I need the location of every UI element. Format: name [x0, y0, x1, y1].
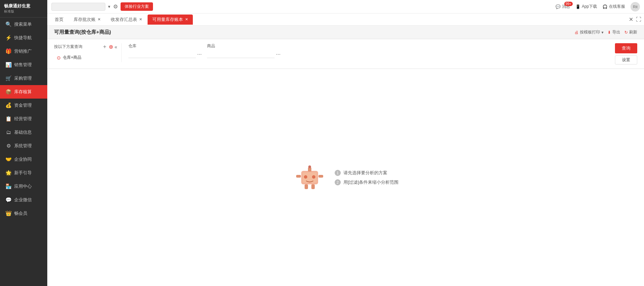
- sidebar-item-enterprise[interactable]: 🤝 企业协同: [0, 153, 47, 166]
- empty-step-1-text: 请先选择要分析的方案: [343, 170, 387, 176]
- trial-button[interactable]: 体验行业方案: [121, 2, 153, 11]
- scheme-item-icon: ⊙: [57, 55, 61, 60]
- svg-point-5: [308, 165, 311, 168]
- gift-icon: 🎁: [5, 48, 11, 54]
- settings-button[interactable]: 设置: [615, 55, 637, 64]
- main-area: ▾ ⚙ 体验行业方案 💬 消息 99+ 📱 App下载 🎧 在线客服 Rit: [47, 0, 644, 286]
- sidebar-item-wechat[interactable]: 💬 企业微信: [0, 193, 47, 207]
- warehouse-input[interactable]: [128, 50, 196, 58]
- message-icon: 💬: [556, 4, 561, 9]
- sidebar-item-basic[interactable]: 🗂 基础信息: [0, 126, 47, 139]
- collapse-icon[interactable]: «: [114, 44, 117, 50]
- sidebar-item-marketing[interactable]: 🎁 营销推广: [0, 45, 47, 58]
- page-header: 可用量查询(按仓库+商品) 🖨 按模板打印 ▾ ⬇ 导出 ↻ 刷新: [47, 26, 644, 39]
- svg-point-2: [304, 175, 307, 179]
- search-input[interactable]: [51, 3, 105, 11]
- store-icon: 🏪: [5, 183, 11, 189]
- expand-icon[interactable]: ⛶: [636, 17, 641, 23]
- print-label: 按模板打印: [580, 29, 600, 35]
- sidebar-item-finance[interactable]: 💰 资金管理: [0, 99, 47, 112]
- print-action[interactable]: 🖨 按模板打印 ▾: [574, 29, 603, 35]
- step-num-1: 1: [335, 170, 341, 176]
- phone-icon: 📱: [575, 4, 581, 9]
- svg-rect-8: [305, 184, 308, 189]
- message-item[interactable]: 💬 消息 99+: [556, 4, 570, 9]
- tab-home[interactable]: 首页: [50, 15, 68, 25]
- svg-rect-7: [318, 175, 323, 178]
- scheme-item-warehouse-product[interactable]: ⊙ 仓库+商品: [54, 53, 117, 62]
- sidebar-item-operations[interactable]: 📋 经营管理: [0, 112, 47, 126]
- sidebar-item-label: 销售管理: [14, 62, 32, 68]
- export-action[interactable]: ⬇ 导出: [608, 29, 620, 35]
- clipboard-icon: 📋: [5, 116, 11, 122]
- filter-section: 仓库 ··· 商品 ···: [122, 43, 615, 58]
- close-all-tabs-icon[interactable]: ✕: [629, 16, 633, 23]
- sidebar-item-purchase[interactable]: 🛒 采购管理: [0, 72, 47, 85]
- sidebar-item-search[interactable]: 🔍 搜索菜单: [0, 18, 47, 31]
- product-input[interactable]: [207, 50, 275, 58]
- avatar[interactable]: Rit: [630, 2, 640, 11]
- sidebar-item-guide[interactable]: 🌟 新手引导: [0, 166, 47, 180]
- product-more-icon[interactable]: ···: [276, 51, 280, 57]
- sidebar-item-label: 采购管理: [14, 75, 32, 81]
- refresh-label: 刷新: [629, 29, 637, 35]
- sidebar-item-label: 库存核算: [14, 89, 32, 95]
- svg-point-3: [312, 175, 315, 179]
- sidebar-item-label: 企业协同: [14, 156, 32, 162]
- sidebar-item-sales[interactable]: 📊 销售管理: [0, 58, 47, 72]
- sidebar-item-label: 基础信息: [14, 129, 32, 135]
- sidebar-item-system[interactable]: ⚙ 系统管理: [0, 139, 47, 153]
- print-dropdown-icon[interactable]: ▾: [601, 30, 603, 35]
- sidebar-item-inventory[interactable]: 📦 库存核算: [0, 85, 47, 99]
- customer-service-label: 在线客服: [609, 4, 625, 9]
- query-actions: 查询 设置: [615, 43, 637, 64]
- export-icon: ⬇: [608, 30, 611, 35]
- tab-batch-close[interactable]: ✕: [98, 17, 101, 22]
- empty-step-1: 1 请先选择要分析的方案: [335, 170, 398, 176]
- tabs-bar: 首页 库存批次账 ✕ 收发存汇总表 ✕ 可用量库存账本 ✕ ✕ ⛶: [47, 14, 644, 26]
- settings-icon[interactable]: ⚙: [113, 3, 118, 10]
- folder-icon: 🗂: [5, 129, 11, 135]
- dropdown-icon[interactable]: ▾: [108, 4, 110, 9]
- tab-summary-close[interactable]: ✕: [139, 17, 142, 22]
- box-icon: 📦: [5, 89, 11, 95]
- product-label: 商品: [207, 43, 280, 49]
- app-logo: 畅康通好生意 标准版: [0, 0, 47, 18]
- page-header-actions: 🖨 按模板打印 ▾ ⬇ 导出 ↻ 刷新: [574, 29, 637, 35]
- add-scheme-icon[interactable]: ＋: [102, 43, 107, 50]
- query-button[interactable]: 查询: [615, 43, 637, 53]
- sidebar-item-member[interactable]: 👑 畅会员: [0, 207, 47, 220]
- empty-step-2: 2 用[过滤]条件来缩小分析范围: [335, 179, 398, 185]
- sidebar-item-label: 营销推广: [14, 48, 32, 54]
- sidebar-item-label: 新手引导: [14, 170, 32, 176]
- sidebar-item-shortcut[interactable]: ⚡ 快捷导航: [0, 31, 47, 45]
- scheme-section: 按以下方案查询 ＋ ⊕ « ⊙ 仓库+商品: [54, 43, 122, 62]
- tab-summary[interactable]: 收发存汇总表 ✕: [106, 15, 147, 25]
- empty-text: 1 请先选择要分析的方案 2 用[过滤]条件来缩小分析范围: [335, 170, 398, 185]
- sidebar-item-label: 快捷导航: [14, 35, 32, 41]
- chat-icon: 💬: [5, 197, 11, 203]
- sidebar-item-label: 搜索菜单: [14, 21, 32, 27]
- sidebar-item-label: 畅会员: [14, 210, 27, 216]
- empty-state: 1 请先选择要分析的方案 2 用[过滤]条件来缩小分析范围: [47, 69, 644, 286]
- app-download-item[interactable]: 📱 App下载: [575, 4, 597, 9]
- tab-batch-label: 库存批次账: [74, 17, 96, 23]
- settings-scheme-icon[interactable]: ⊕: [109, 44, 113, 50]
- tab-available-label: 可用量库存账本: [152, 17, 183, 23]
- topbar: ▾ ⚙ 体验行业方案 💬 消息 99+ 📱 App下载 🎧 在线客服 Rit: [47, 0, 644, 14]
- tab-available[interactable]: 可用量库存账本 ✕: [148, 15, 193, 25]
- chart-icon: 📊: [5, 62, 11, 68]
- sidebar-scroll: 🔍 搜索菜单 ⚡ 快捷导航 🎁 营销推广 📊 销售管理 🛒 采购管理 📦 库存核…: [0, 18, 47, 286]
- crown-icon: 👑: [5, 210, 11, 216]
- app-title: 畅康通好生意: [4, 3, 43, 9]
- topbar-right: 💬 消息 99+ 📱 App下载 🎧 在线客服 Rit: [556, 2, 640, 11]
- tab-batch[interactable]: 库存批次账 ✕: [69, 15, 105, 25]
- tab-summary-label: 收发存汇总表: [111, 17, 137, 23]
- sidebar-item-appstore[interactable]: 🏪 应用中心: [0, 180, 47, 193]
- warehouse-more-icon[interactable]: ···: [197, 51, 202, 57]
- app-download-label: App下载: [582, 4, 597, 9]
- scheme-item-label: 仓库+商品: [63, 55, 81, 60]
- refresh-action[interactable]: ↻ 刷新: [624, 29, 637, 35]
- tab-available-close[interactable]: ✕: [185, 17, 188, 22]
- customer-service-item[interactable]: 🎧 在线客服: [602, 4, 625, 9]
